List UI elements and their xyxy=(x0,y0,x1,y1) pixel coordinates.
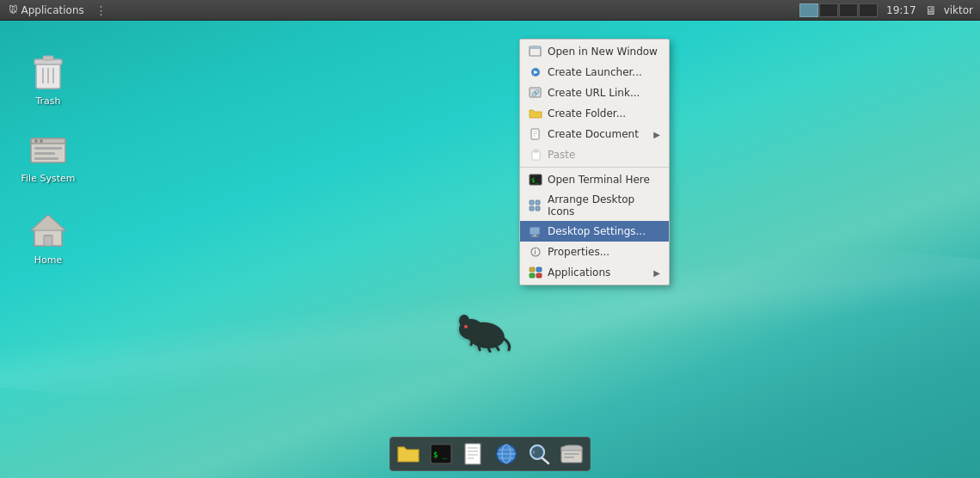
svg-point-18 xyxy=(459,315,469,327)
taskbar: 🐭 Applications ⋮ 19:17 🖥 viktor xyxy=(0,0,980,21)
svg-rect-2 xyxy=(43,56,53,60)
svg-rect-35 xyxy=(534,150,538,152)
taskbar-file-manager-2[interactable] xyxy=(556,440,587,468)
svg-point-64 xyxy=(530,445,544,459)
create-url-link-label: Create URL Link... xyxy=(548,87,640,99)
user-label: viktor xyxy=(940,4,977,16)
svg-rect-12 xyxy=(34,157,58,160)
menu-item-create-url-link[interactable]: 🔗 Create URL Link... xyxy=(520,83,669,103)
xfce-icon: 🐭 xyxy=(9,5,17,15)
svg-text:$_: $_ xyxy=(531,177,539,184)
menu-item-arrange-icons[interactable]: Arrange Desktop Icons xyxy=(520,190,669,221)
context-menu: Open in New Window Create Launcher... 🔗 … xyxy=(519,39,670,285)
applications-icon xyxy=(529,266,542,279)
desktop-settings-icon xyxy=(529,224,542,238)
svg-rect-47 xyxy=(530,267,535,272)
taskbar-menu-dots[interactable]: ⋮ xyxy=(93,3,110,17)
open-terminal-label: Open Terminal Here xyxy=(548,174,650,186)
filesystem-icon-desktop[interactable]: File System xyxy=(14,125,83,187)
taskbar-right: 19:17 🖥 viktor xyxy=(799,3,980,17)
properties-label: Properties... xyxy=(548,246,609,258)
workspace-2[interactable] xyxy=(819,3,838,17)
launcher-icon xyxy=(529,65,542,79)
paste-icon xyxy=(529,148,542,162)
taskbar-search[interactable] xyxy=(524,440,554,468)
menu-item-create-launcher[interactable]: Create Launcher... xyxy=(520,62,669,83)
menu-item-open-terminal[interactable]: $_ Open Terminal Here xyxy=(520,169,669,190)
svg-line-22 xyxy=(478,343,480,350)
svg-rect-11 xyxy=(34,152,55,155)
svg-text:$ _: $ _ xyxy=(433,450,448,459)
menu-item-applications[interactable]: Applications ▶ xyxy=(520,262,669,283)
create-doc-icon xyxy=(529,127,542,141)
terminal-icon: $_ xyxy=(529,173,542,187)
desktop-settings-label: Desktop Settings... xyxy=(548,225,646,237)
menu-item-properties[interactable]: i Properties... xyxy=(520,242,669,262)
applications-menu-button[interactable]: 🐭 Applications xyxy=(3,4,89,16)
applications-label: Applications xyxy=(21,4,83,16)
menu-item-create-folder[interactable]: Create Folder... xyxy=(520,103,669,124)
svg-rect-25 xyxy=(530,46,541,49)
create-launcher-label: Create Launcher... xyxy=(548,66,642,78)
svg-text:i: i xyxy=(535,248,536,256)
monitor-icon: 🖥 xyxy=(925,3,937,17)
home-icon-desktop[interactable]: Home xyxy=(14,206,83,269)
taskbar-web-browser[interactable] xyxy=(491,440,522,468)
menu-item-desktop-settings[interactable]: Desktop Settings... xyxy=(520,221,669,242)
svg-rect-42 xyxy=(530,227,540,235)
svg-rect-10 xyxy=(34,147,62,150)
create-folder-icon xyxy=(529,107,542,120)
menu-item-create-document[interactable]: Create Document ▶ xyxy=(520,124,669,144)
arrange-icons-label: Arrange Desktop Icons xyxy=(548,193,660,218)
workspace-4[interactable] xyxy=(859,3,878,17)
open-new-window-label: Open in New Window xyxy=(548,46,658,58)
separator-1 xyxy=(520,167,669,168)
mouse-mascot xyxy=(456,305,516,363)
svg-rect-38 xyxy=(530,200,534,205)
arrange-icon xyxy=(529,199,542,212)
svg-rect-40 xyxy=(530,206,534,211)
open-window-icon xyxy=(529,45,542,58)
svg-rect-68 xyxy=(564,453,579,455)
workspace-switcher[interactable] xyxy=(799,3,878,17)
trash-image xyxy=(28,51,69,92)
home-label: Home xyxy=(34,254,62,266)
submenu-arrow-document: ▶ xyxy=(653,130,660,139)
svg-point-19 xyxy=(464,325,468,328)
menu-item-open-new-window[interactable]: Open in New Window xyxy=(520,41,669,62)
svg-rect-69 xyxy=(564,457,574,458)
taskbar-terminal[interactable]: $ _ xyxy=(426,440,456,468)
create-document-label: Create Document xyxy=(548,128,639,140)
applications-label-menu: Applications xyxy=(548,267,610,279)
bottom-taskbar: $ _ xyxy=(389,437,591,471)
properties-icon: i xyxy=(529,245,542,259)
svg-rect-48 xyxy=(536,267,542,272)
svg-point-9 xyxy=(40,139,43,143)
svg-rect-15 xyxy=(44,236,52,246)
svg-rect-49 xyxy=(530,273,535,278)
workspace-3[interactable] xyxy=(839,3,858,17)
taskbar-left: 🐭 Applications ⋮ xyxy=(0,3,110,17)
trash-label: Trash xyxy=(35,95,60,107)
svg-rect-50 xyxy=(536,273,542,278)
svg-rect-53 xyxy=(465,444,481,464)
svg-text:🔗: 🔗 xyxy=(531,89,540,97)
clock: 19:17 xyxy=(881,4,922,16)
taskbar-text-editor[interactable] xyxy=(458,440,489,468)
svg-rect-39 xyxy=(536,200,540,205)
paste-label: Paste xyxy=(548,149,575,161)
url-link-icon: 🔗 xyxy=(529,86,542,100)
svg-point-8 xyxy=(34,139,38,143)
create-folder-label: Create Folder... xyxy=(548,107,626,120)
svg-line-65 xyxy=(542,458,548,463)
taskbar-file-manager[interactable] xyxy=(393,440,424,468)
filesystem-image xyxy=(28,128,69,169)
desktop: 🐭 Applications ⋮ 19:17 🖥 viktor xyxy=(0,0,980,478)
home-image xyxy=(28,210,69,251)
submenu-arrow-apps: ▶ xyxy=(653,268,660,278)
workspace-1[interactable] xyxy=(799,3,818,17)
svg-rect-41 xyxy=(536,206,540,211)
menu-item-paste[interactable]: Paste xyxy=(520,144,669,165)
trash-icon-desktop[interactable]: Trash xyxy=(14,47,83,110)
filesystem-label: File System xyxy=(21,173,76,184)
